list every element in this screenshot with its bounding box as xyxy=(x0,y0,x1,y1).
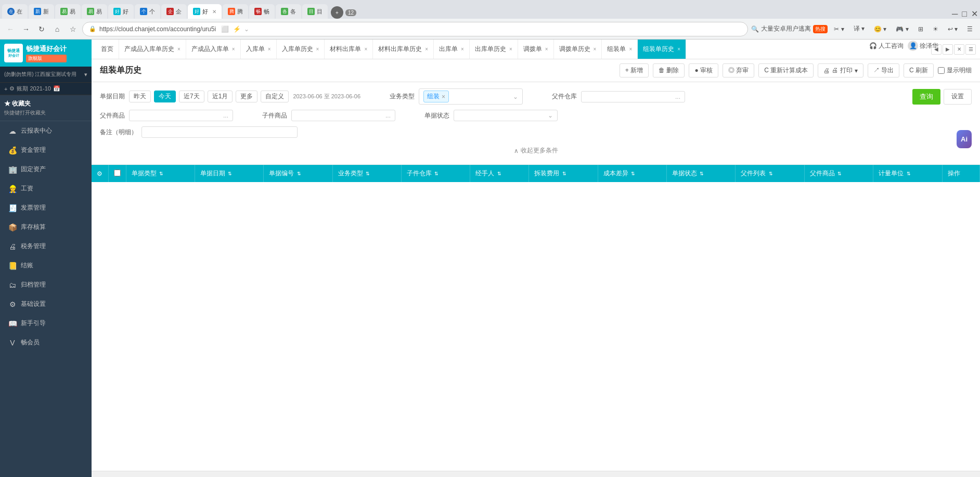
nav-tab-home[interactable]: 首页 xyxy=(96,40,119,59)
nav-tab-material-out-history[interactable]: 材料出库单历史 × xyxy=(373,40,434,59)
delete-button[interactable]: 🗑 删除 xyxy=(653,63,685,78)
business-type-selector[interactable]: 组装 × ⌄ xyxy=(419,88,523,105)
tab-close-icon[interactable]: × xyxy=(177,46,180,52)
browser-tab-8[interactable]: 腾 腾 xyxy=(223,4,248,19)
tab-close-icon[interactable]: × xyxy=(425,46,428,52)
refresh-button[interactable]: ↻ xyxy=(35,23,48,35)
table-settings-header[interactable]: ⚙ xyxy=(92,165,108,182)
nav-tab-out-history[interactable]: 出库单历史 × xyxy=(470,40,518,59)
more-btn[interactable]: 更多 xyxy=(236,91,257,102)
nav-tab-material-out[interactable]: 材料出库单 × xyxy=(325,40,373,59)
col-parent-list[interactable]: 父件列表 ⇅ xyxy=(736,165,804,182)
audit-button[interactable]: ● 审核 xyxy=(689,63,718,78)
order-status-select[interactable]: ⌄ xyxy=(454,110,558,121)
col-parent-product[interactable]: 父件商品 ⇅ xyxy=(804,165,873,182)
sidebar-item-archive[interactable]: 🗂 归档管理 xyxy=(0,275,92,294)
refresh-button[interactable]: C 刷新 xyxy=(904,63,934,78)
col-cost-diff[interactable]: 成本差异 ⇅ xyxy=(598,165,666,182)
grid-icon[interactable]: ⊞ xyxy=(915,24,926,34)
collapse-filters-button[interactable]: ∧ 收起更多条件 xyxy=(100,143,972,158)
add-button[interactable]: + 新增 xyxy=(620,63,649,78)
minimize-button[interactable]: ─ xyxy=(952,9,958,19)
sidebar-item-member[interactable]: V 畅会员 xyxy=(0,333,92,352)
parent-product-input[interactable]: ... xyxy=(129,110,233,121)
nav-tab-production-in[interactable]: 产成品入库单 × xyxy=(186,40,241,59)
col-type[interactable]: 单据类型 ⇅ xyxy=(126,165,195,182)
service-button[interactable]: 🎧 人工咨询 xyxy=(869,42,904,50)
calendar-icon[interactable]: 📅 xyxy=(53,85,60,92)
browser-tab-9[interactable]: 畅 畅 xyxy=(249,4,275,19)
scissors-icon[interactable]: ✂ ▾ xyxy=(831,24,847,34)
nav-more-icon[interactable]: ☰ xyxy=(965,44,976,55)
emoji-icon[interactable]: 😊 ▾ xyxy=(871,24,889,34)
parent-warehouse-input[interactable]: ... xyxy=(581,91,685,102)
browser-tab-5[interactable]: 个 个 xyxy=(135,4,160,19)
nav-tab-out-order[interactable]: 出库单 × xyxy=(434,40,470,59)
browser-tab-1[interactable]: 新 新 xyxy=(29,4,54,19)
sidebar-item-guide[interactable]: 📖 新手引导 xyxy=(0,314,92,333)
tab-close-icon[interactable]: × xyxy=(461,46,464,52)
table-checkbox-header[interactable] xyxy=(108,165,126,182)
game-icon[interactable]: 🎮 ▾ xyxy=(893,24,911,34)
ai-assistant-badge[interactable]: Ai xyxy=(957,130,972,148)
nav-close-icon[interactable]: ✕ xyxy=(954,44,964,55)
nav-tab-in-history[interactable]: 入库单历史 × xyxy=(277,40,325,59)
favorites-subtitle[interactable]: 快捷键打开收藏夹 xyxy=(4,109,87,117)
tab-close-icon[interactable]: ✕ xyxy=(212,9,216,15)
tab-close-icon[interactable]: × xyxy=(677,46,680,52)
browser-tab-3[interactable]: 易 易 xyxy=(82,4,107,19)
notes-input[interactable] xyxy=(141,126,298,138)
nav-tab-assembly-history[interactable]: 组装单历史 × xyxy=(638,40,686,59)
close-button[interactable]: ✕ xyxy=(971,9,978,19)
sidebar-item-inventory[interactable]: 📦 库存核算 xyxy=(0,217,92,237)
print-button[interactable]: 🖨 🖨 打印 ▾ xyxy=(818,63,863,78)
sidebar-company-selector[interactable]: (勿删勿禁用) 江西服宝测试专用 ▾ xyxy=(0,67,92,83)
bottom-scrollbar[interactable] xyxy=(92,471,980,477)
tab-close-icon[interactable]: × xyxy=(509,46,512,52)
filter-settings-button[interactable]: 设置 xyxy=(944,89,972,105)
show-detail-input[interactable] xyxy=(938,67,945,74)
sidebar-item-closing[interactable]: 📒 结账 xyxy=(0,256,92,275)
settings-icon[interactable]: ⚙ xyxy=(9,85,15,92)
nav-right-arrow[interactable]: ▶ xyxy=(943,44,953,55)
new-tab-button[interactable]: + xyxy=(331,6,343,19)
translate-icon[interactable]: 译 ▾ xyxy=(850,23,868,34)
tab-close-icon[interactable]: × xyxy=(594,46,597,52)
sidebar-item-payroll[interactable]: 👷 工资 xyxy=(0,179,92,198)
select-all-checkbox[interactable] xyxy=(114,170,121,176)
browser-tab-4[interactable]: 好 好 xyxy=(108,4,134,19)
home-button[interactable]: ⌂ xyxy=(51,23,63,35)
recalculate-button[interactable]: C 重新计算成本 xyxy=(758,63,814,78)
show-detail-checkbox[interactable]: 显示明细 xyxy=(938,66,972,75)
tab-close-icon[interactable]: × xyxy=(232,46,235,52)
sidebar-item-reports[interactable]: ☁ 云报表中心 xyxy=(0,121,92,140)
export-button[interactable]: ↗ 导出 xyxy=(868,63,899,78)
nav-tab-transfer-history[interactable]: 调拨单历史 × xyxy=(554,40,602,59)
browser-tab-0[interactable]: 在 在 xyxy=(2,4,28,19)
sidebar-item-assets[interactable]: 🏢 固定资产 xyxy=(0,160,92,179)
browser-tab-2[interactable]: 易 易 xyxy=(55,4,81,19)
user-profile[interactable]: 👤 徐泽华 xyxy=(908,41,938,51)
nav-tab-assembly[interactable]: 组装单 × xyxy=(602,40,638,59)
month-btn[interactable]: 近1月 xyxy=(208,91,233,102)
col-number[interactable]: 单据编号 ⇅ xyxy=(264,165,332,182)
nav-tab-production-in-history[interactable]: 产成品入库单历史 × xyxy=(119,40,186,59)
nav-tab-in-order[interactable]: 入库单 × xyxy=(241,40,277,59)
col-date[interactable]: 单据日期 ⇅ xyxy=(195,165,263,182)
sidebar-item-invoice[interactable]: 🧾 发票管理 xyxy=(0,198,92,217)
sidebar-item-tax[interactable]: 🖨 税务管理 xyxy=(0,237,92,256)
abandon-button[interactable]: ◎ 弃审 xyxy=(723,63,754,78)
col-child-warehouse[interactable]: 子件仓库 ⇅ xyxy=(401,165,470,182)
tab-close-icon[interactable]: × xyxy=(268,46,271,52)
browser-tab-11[interactable]: 目 目 xyxy=(302,4,328,19)
browser-tab-6[interactable]: 企 企 xyxy=(161,4,187,19)
week-btn[interactable]: 近7天 xyxy=(179,91,204,102)
tab-close-icon[interactable]: × xyxy=(629,46,632,52)
col-disassemble-fee[interactable]: 拆装费用 ⇅ xyxy=(529,165,598,182)
browser-tab-10[interactable]: 各 各 xyxy=(276,4,301,19)
col-unit[interactable]: 计量单位 ⇅ xyxy=(873,165,942,182)
sidebar-item-finance[interactable]: 💰 资金管理 xyxy=(0,140,92,160)
yesterday-btn[interactable]: 昨天 xyxy=(129,91,151,102)
browser-tab-7[interactable]: 好 好 ✕ xyxy=(188,4,222,19)
tab-close-icon[interactable]: × xyxy=(364,46,367,52)
